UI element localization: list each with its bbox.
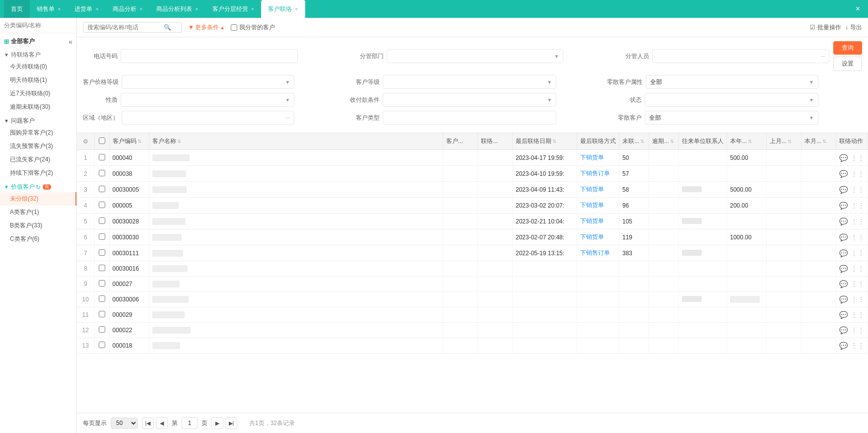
reset-button[interactable]: 设置 <box>833 57 862 71</box>
phone-input[interactable] <box>121 49 298 63</box>
sort-icon-code[interactable]: ⇅ <box>137 139 141 144</box>
group-value[interactable]: ▼ 价值客户 ↻ R <box>0 180 76 192</box>
phone-action-icon[interactable]: 💬 <box>839 326 848 334</box>
phone-action-icon[interactable]: 💬 <box>839 311 848 319</box>
method-link[interactable]: 下销售订单 <box>580 249 610 256</box>
row-last-method[interactable]: 下销售订单 <box>577 245 619 261</box>
method-link[interactable]: 下销售订单 <box>580 170 610 177</box>
phone-action-icon[interactable]: 💬 <box>839 170 848 178</box>
close-icon-purchase[interactable]: × <box>95 6 98 12</box>
more-action-icon[interactable]: ⋮⋮ <box>851 233 865 241</box>
sidebar-item-class-c[interactable]: C类客户(6) <box>0 232 76 246</box>
sidebar-item-churn-warning[interactable]: 流失预警客户(3) <box>0 140 76 153</box>
method-link[interactable]: 下销货单 <box>580 233 604 240</box>
prev-page-button[interactable]: ◀ <box>156 417 168 429</box>
gear-icon[interactable]: ⚙ <box>83 138 88 145</box>
method-link[interactable]: 下销货单 <box>580 186 604 193</box>
sort-icon-name[interactable]: ⇅ <box>177 139 181 144</box>
nav-item-product-analysis[interactable]: 商品分析 × <box>106 0 149 18</box>
more-action-icon[interactable]: ⋮⋮ <box>851 265 865 273</box>
batch-operate-button[interactable]: ☑ 批量操作 <box>810 23 841 32</box>
row-checkbox[interactable] <box>94 198 109 214</box>
row-checkbox[interactable] <box>94 229 109 245</box>
more-action-icon[interactable]: ⋮⋮ <box>851 202 865 210</box>
page-number-input[interactable] <box>182 417 198 429</box>
phone-action-icon[interactable]: 💬 <box>839 295 848 303</box>
row-checkbox[interactable] <box>94 214 109 229</box>
dept-select[interactable]: ▼ <box>387 49 564 63</box>
row-last-method[interactable] <box>577 307 619 323</box>
sidebar-item-class-a[interactable]: A类客户(1) <box>0 206 76 219</box>
sidebar-search-input[interactable] <box>4 22 77 29</box>
th-settings[interactable]: ⚙ <box>77 133 94 150</box>
phone-action-icon[interactable]: 💬 <box>839 249 848 257</box>
more-action-icon[interactable]: ⋮⋮ <box>851 186 865 194</box>
sidebar-item-7days[interactable]: 近7天待联络(0) <box>0 87 76 100</box>
phone-action-icon[interactable]: 💬 <box>839 342 848 350</box>
nav-item-home[interactable]: 首页 <box>4 0 30 18</box>
query-button[interactable]: 查询 <box>833 41 862 55</box>
row-last-method[interactable] <box>577 261 619 277</box>
sort-icon-overdue[interactable]: ⇅ <box>670 139 674 144</box>
more-action-icon[interactable]: ⋮⋮ <box>851 217 865 225</box>
nav-item-sales[interactable]: 销售单 × <box>30 0 67 18</box>
group-problem[interactable]: ▼ 问题客户 <box>0 114 76 126</box>
row-last-method[interactable] <box>577 277 619 292</box>
sidebar-item-tomorrow[interactable]: 明天待联络(1) <box>0 73 76 87</box>
row-last-method[interactable] <box>577 338 619 354</box>
nav-item-purchase[interactable]: 进货单 × <box>67 0 105 18</box>
manager-select[interactable]: ··· <box>652 49 829 63</box>
phone-action-icon[interactable]: 💬 <box>839 265 848 273</box>
row-checkbox[interactable] <box>94 150 109 166</box>
all-customers-header[interactable]: ⊞ 全部客户 « <box>0 33 76 48</box>
select-all-checkbox[interactable] <box>99 138 105 144</box>
sort-icon-pending[interactable]: ⇅ <box>640 139 644 144</box>
group-waiting[interactable]: ▼ 待联络客户 <box>0 48 76 60</box>
row-checkbox[interactable] <box>94 245 109 261</box>
sort-icon-lastmonth[interactable]: ⇅ <box>788 139 792 144</box>
row-checkbox[interactable] <box>94 292 109 307</box>
row-last-method[interactable]: 下销货单 <box>577 150 619 166</box>
close-icon-product-analysis[interactable]: × <box>139 6 142 12</box>
row-checkbox[interactable] <box>94 261 109 277</box>
phone-action-icon[interactable]: 💬 <box>839 186 848 194</box>
more-action-icon[interactable]: ⋮⋮ <box>851 280 865 288</box>
more-action-icon[interactable]: ⋮⋮ <box>851 342 865 350</box>
next-page-button[interactable]: ▶ <box>211 417 223 429</box>
nav-item-customer-contact[interactable]: 客户联络 × <box>261 0 305 18</box>
row-checkbox[interactable] <box>94 166 109 182</box>
last-page-button[interactable]: ▶| <box>225 417 237 429</box>
close-all-button[interactable]: × <box>852 4 864 13</box>
phone-action-icon[interactable]: 💬 <box>839 280 848 288</box>
close-icon-product-list[interactable]: × <box>195 6 198 12</box>
method-link[interactable]: 下销货单 <box>580 202 604 209</box>
sidebar-item-overdue[interactable]: 逾期未联络(30) <box>0 100 76 114</box>
sidebar-item-ungrouped[interactable]: 未分组(32) <box>0 192 76 206</box>
payment-select[interactable]: ▼ <box>383 93 556 107</box>
sidebar-item-hoarding[interactable]: 囤购异常客户(2) <box>0 126 76 140</box>
method-link[interactable]: 下销货单 <box>580 217 604 224</box>
per-page-select[interactable]: 50 100 200 <box>111 418 138 429</box>
more-action-icon[interactable]: ⋮⋮ <box>851 295 865 303</box>
customer-level-select[interactable]: ▼ <box>383 75 556 89</box>
search-input[interactable] <box>87 24 162 31</box>
retail-attr-select[interactable]: 全部 ▼ <box>646 75 818 89</box>
more-action-icon[interactable]: ⋮⋮ <box>851 249 865 257</box>
sort-icon-thismonth[interactable]: ⇅ <box>822 139 826 144</box>
phone-action-icon[interactable]: 💬 <box>839 233 848 241</box>
phone-action-icon[interactable]: 💬 <box>839 217 848 225</box>
row-last-method[interactable]: 下销售订单 <box>577 166 619 182</box>
collapse-icon[interactable]: « <box>68 38 72 46</box>
more-action-icon[interactable]: ⋮⋮ <box>851 170 865 178</box>
sidebar-item-class-b[interactable]: B类客户(33) <box>0 219 76 232</box>
sidebar-item-lost[interactable]: 已流失客户(24) <box>0 153 76 166</box>
nature-select[interactable]: ▼ <box>121 93 294 107</box>
row-checkbox[interactable] <box>94 307 109 323</box>
customer-type-select[interactable] <box>383 111 556 125</box>
row-checkbox[interactable] <box>94 277 109 292</box>
my-customers-checkbox[interactable]: 我分管的客户 <box>231 23 275 32</box>
first-page-button[interactable]: |◀ <box>142 417 154 429</box>
method-link[interactable]: 下销货单 <box>580 154 604 161</box>
row-last-method[interactable]: 下销货单 <box>577 229 619 245</box>
row-last-method[interactable]: 下销货单 <box>577 198 619 214</box>
